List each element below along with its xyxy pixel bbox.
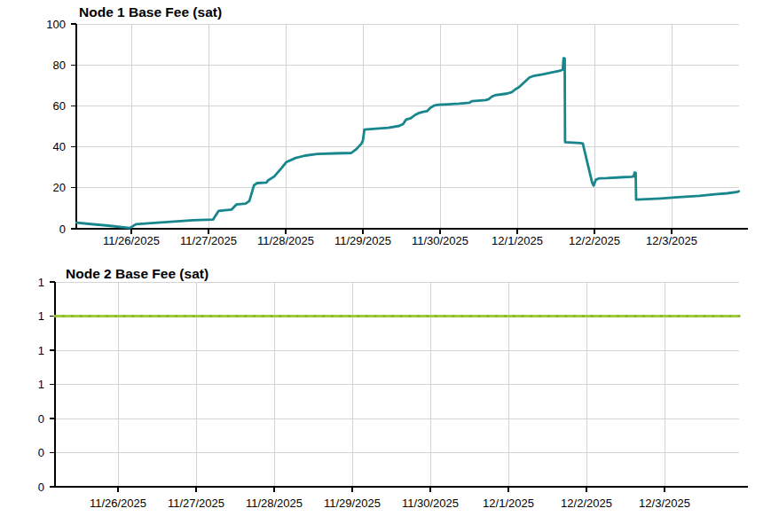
x-tick-label: 11/26/2025 xyxy=(103,234,160,247)
x-tick-label: 11/30/2025 xyxy=(402,497,459,510)
y-tick-label: 0 xyxy=(38,412,44,426)
axis-ticks xyxy=(50,282,665,492)
y-axis-labels: 020406080100 xyxy=(46,18,66,236)
node2-chart-canvas: 000111111/26/202511/27/202511/28/202511/… xyxy=(0,257,763,532)
y-tick-label: 0 xyxy=(38,446,44,459)
y-tick-label: 0 xyxy=(59,223,66,236)
y-tick-label: 1 xyxy=(38,276,44,289)
fee-series-line xyxy=(76,59,738,229)
x-tick-label: 12/3/2025 xyxy=(646,234,697,247)
x-tick-label: 12/1/2025 xyxy=(492,234,543,247)
x-tick-label: 11/27/2025 xyxy=(180,234,237,247)
y-tick-label: 100 xyxy=(46,18,66,31)
node1-chart: Node 1 Base Fee (sat) 02040608010011/26/… xyxy=(0,0,763,257)
y-tick-label: 0 xyxy=(38,481,44,494)
x-tick-label: 12/3/2025 xyxy=(639,497,690,510)
y-tick-label: 60 xyxy=(53,99,66,113)
x-tick-label: 11/28/2025 xyxy=(257,234,314,247)
node2-chart: Node 2 Base Fee (sat) 000111111/26/20251… xyxy=(0,257,763,532)
x-axis-labels: 11/26/202511/27/202511/28/202511/29/2025… xyxy=(90,497,690,510)
x-tick-label: 12/2/2025 xyxy=(569,234,620,247)
y-axis-labels: 0001111 xyxy=(38,276,44,494)
x-tick-label: 11/26/2025 xyxy=(90,497,146,510)
x-tick-label: 11/30/2025 xyxy=(412,234,468,247)
gridlines xyxy=(55,282,739,487)
gridlines xyxy=(76,24,739,229)
y-tick-label: 1 xyxy=(38,344,44,357)
x-tick-label: 11/29/2025 xyxy=(324,497,381,510)
x-tick-label: 11/28/2025 xyxy=(246,497,303,510)
x-tick-label: 11/29/2025 xyxy=(334,234,391,247)
x-tick-label: 11/27/2025 xyxy=(168,497,224,510)
y-tick-label: 20 xyxy=(53,181,66,194)
node1-chart-canvas: 02040608010011/26/202511/27/202511/28/20… xyxy=(0,0,763,257)
x-tick-label: 12/1/2025 xyxy=(483,497,534,510)
y-tick-label: 1 xyxy=(38,309,44,323)
y-tick-label: 80 xyxy=(53,59,66,72)
x-axis-labels: 11/26/202511/27/202511/28/202511/29/2025… xyxy=(103,234,697,247)
y-tick-label: 1 xyxy=(38,378,44,391)
y-tick-label: 40 xyxy=(53,140,66,153)
x-tick-label: 12/2/2025 xyxy=(561,497,612,510)
